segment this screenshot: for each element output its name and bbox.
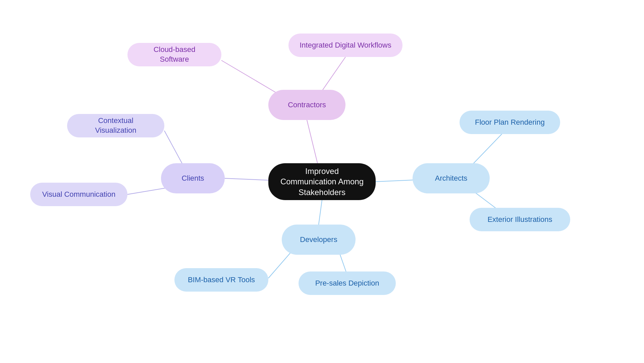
contractors-node: Contractors bbox=[268, 90, 345, 120]
clients-node: Clients bbox=[161, 163, 225, 193]
integrated-workflows-node: Integrated Digital Workflows bbox=[288, 34, 402, 57]
center-node: Improved Communication Among Stakeholder… bbox=[268, 163, 376, 200]
contextual-visualization-node: Contextual Visualization bbox=[67, 114, 164, 137]
architects-node: Architects bbox=[413, 163, 490, 193]
bim-vr-tools-node: BIM-based VR Tools bbox=[174, 268, 268, 292]
exterior-illustrations-node: Exterior Illustrations bbox=[470, 208, 570, 231]
presales-depiction-node: Pre-sales Depiction bbox=[299, 271, 396, 295]
svg-line-9 bbox=[319, 200, 322, 225]
cloud-software-node: Cloud-based Software bbox=[127, 43, 221, 66]
developers-node: Developers bbox=[282, 225, 356, 255]
floor-plan-rendering-node: Floor Plan Rendering bbox=[460, 111, 560, 134]
visual-communication-node: Visual Communication bbox=[30, 183, 127, 206]
